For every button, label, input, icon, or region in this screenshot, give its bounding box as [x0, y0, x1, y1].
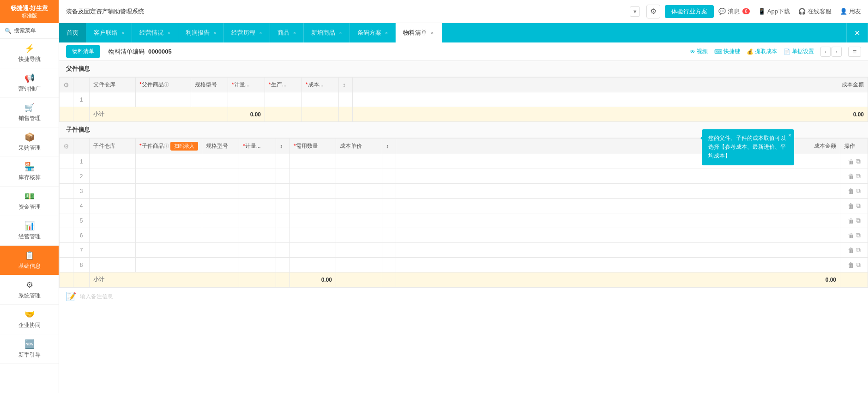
parent-row1-product[interactable]	[136, 92, 191, 107]
child-row6-quantity[interactable]	[239, 228, 276, 243]
tab-profit[interactable]: 利润报告 ×	[178, 23, 224, 42]
child-row4-quantity[interactable]	[239, 199, 276, 213]
online-service-button[interactable]: 🎧 在线客服	[798, 7, 832, 16]
cost-button[interactable]: 💰 提取成本	[747, 48, 777, 55]
sidebar-item-inventory[interactable]: 🏪 库存核算	[0, 157, 59, 187]
parent-row1-production[interactable]	[265, 92, 302, 107]
close-goods-icon[interactable]: ×	[293, 30, 296, 36]
copy-icon-4[interactable]: ⧉	[856, 202, 861, 210]
child-row5-unit-cost[interactable]	[336, 213, 382, 228]
child-row1-product[interactable]	[136, 154, 202, 169]
delete-icon-8[interactable]: 🗑	[848, 261, 854, 269]
child-row8-warehouse[interactable]	[90, 258, 136, 272]
copy-icon-8[interactable]: ⧉	[856, 261, 861, 269]
child-row4-warehouse[interactable]	[90, 199, 136, 213]
close-barcode-icon[interactable]: ×	[385, 30, 388, 36]
tab-operations[interactable]: 经营情况 ×	[132, 23, 178, 42]
child-row3-quantity[interactable]	[239, 184, 276, 199]
child-row4-needed[interactable]	[290, 199, 336, 213]
child-row4-unit-cost[interactable]	[336, 199, 382, 213]
sidebar-item-operations[interactable]: 📊 经营管理	[0, 216, 59, 246]
sidebar-item-finance[interactable]: 💵 资金管理	[0, 187, 59, 216]
copy-icon-1[interactable]: ⧉	[856, 157, 861, 165]
delete-icon-7[interactable]: 🗑	[848, 247, 854, 254]
parent-row1-quantity[interactable]	[228, 92, 265, 107]
child-row1-quantity[interactable]	[239, 154, 276, 169]
child-row5-needed[interactable]	[290, 213, 336, 228]
delete-icon-5[interactable]: 🗑	[848, 217, 854, 224]
bom-list-tab[interactable]: 物料清单	[66, 45, 100, 58]
child-row2-quantity[interactable]	[239, 169, 276, 184]
child-row3-warehouse[interactable]	[90, 184, 136, 199]
child-row7-needed[interactable]	[290, 243, 336, 258]
child-row1-unit-cost[interactable]	[336, 154, 382, 169]
close-operations-icon[interactable]: ×	[167, 30, 170, 36]
delete-icon-3[interactable]: 🗑	[848, 187, 854, 195]
child-row3-product[interactable]	[136, 184, 202, 199]
child-row2-needed[interactable]	[290, 169, 336, 184]
parent-row1-cost[interactable]	[302, 92, 339, 107]
child-row3-spec[interactable]	[202, 184, 239, 199]
child-row1-spec[interactable]	[202, 154, 239, 169]
close-customers-icon[interactable]: ×	[121, 30, 124, 36]
close-profit-icon[interactable]: ×	[213, 30, 216, 36]
sidebar-item-marketing[interactable]: 📢 营销推广	[0, 68, 59, 98]
sidebar-item-quick-nav[interactable]: ⚡ 快捷导航	[0, 39, 59, 68]
sidebar-item-basic-info[interactable]: 📋 基础信息	[0, 246, 59, 275]
parent-row1-spec[interactable]	[191, 92, 228, 107]
list-view-button[interactable]: ≡	[848, 47, 861, 57]
copy-icon-6[interactable]: ⧉	[856, 231, 861, 239]
tab-bom[interactable]: 物料清单 ×	[396, 23, 441, 42]
child-row8-product[interactable]	[136, 258, 202, 272]
tab-customers[interactable]: 客户联络 ×	[86, 23, 132, 42]
child-row1-needed[interactable]	[290, 154, 336, 169]
child-row8-needed[interactable]	[290, 258, 336, 272]
child-row5-product[interactable]	[136, 213, 202, 228]
tab-barcode[interactable]: 条码方案 ×	[350, 23, 396, 42]
scan-button[interactable]: 扫码录入	[170, 142, 198, 151]
copy-icon-7[interactable]: ⧉	[856, 246, 861, 254]
nav-dropdown-btn[interactable]: ▼	[630, 6, 640, 17]
child-row8-spec[interactable]	[202, 258, 239, 272]
close-history-icon[interactable]: ×	[259, 30, 262, 36]
parent-settings-icon[interactable]: ⚙	[63, 81, 69, 89]
child-row7-spec[interactable]	[202, 243, 239, 258]
child-row7-warehouse[interactable]	[90, 243, 136, 258]
close-all-button[interactable]: ✕	[846, 23, 868, 42]
message-button[interactable]: 💬 消息 6	[718, 7, 750, 16]
child-row4-spec[interactable]	[202, 199, 239, 213]
shortcut-button[interactable]: ⌨ 快捷键	[714, 48, 740, 55]
child-row4-product[interactable]	[136, 199, 202, 213]
sidebar-item-sales[interactable]: 🛒 销售管理	[0, 98, 59, 127]
copy-icon-2[interactable]: ⧉	[856, 172, 861, 180]
child-row6-unit-cost[interactable]	[336, 228, 382, 243]
child-row3-unit-cost[interactable]	[336, 184, 382, 199]
child-row1-warehouse[interactable]	[90, 154, 136, 169]
child-row2-product[interactable]	[136, 169, 202, 184]
child-row2-unit-cost[interactable]	[336, 169, 382, 184]
delete-icon-6[interactable]: 🗑	[848, 232, 854, 239]
next-arrow-btn[interactable]: ›	[832, 47, 842, 57]
view-button[interactable]: 👁 视频	[690, 48, 708, 55]
child-row7-quantity[interactable]	[239, 243, 276, 258]
child-row2-spec[interactable]	[202, 169, 239, 184]
close-new-goods-icon[interactable]: ×	[339, 30, 342, 36]
child-row5-spec[interactable]	[202, 213, 239, 228]
tab-home[interactable]: 首页	[59, 23, 86, 42]
tab-history[interactable]: 经营历程 ×	[224, 23, 270, 42]
parent-row1-warehouse[interactable]	[90, 92, 136, 107]
sidebar-item-purchase[interactable]: 📦 采购管理	[0, 127, 59, 157]
child-row6-product[interactable]	[136, 228, 202, 243]
child-row7-unit-cost[interactable]	[336, 243, 382, 258]
child-row8-unit-cost[interactable]	[336, 258, 382, 272]
settings-button[interactable]: ⚙	[646, 5, 660, 18]
single-settings-button[interactable]: 📄 单据设置	[784, 48, 814, 55]
sidebar-item-guide[interactable]: 🆕 新手引导	[0, 334, 59, 364]
child-row3-needed[interactable]	[290, 184, 336, 199]
child-row7-product[interactable]	[136, 243, 202, 258]
close-bom-icon[interactable]: ×	[431, 30, 434, 36]
tooltip-close-button[interactable]: ×	[788, 131, 791, 140]
child-row5-quantity[interactable]	[239, 213, 276, 228]
sidebar-item-system[interactable]: ⚙ 系统管理	[0, 275, 59, 305]
child-row5-warehouse[interactable]	[90, 213, 136, 228]
